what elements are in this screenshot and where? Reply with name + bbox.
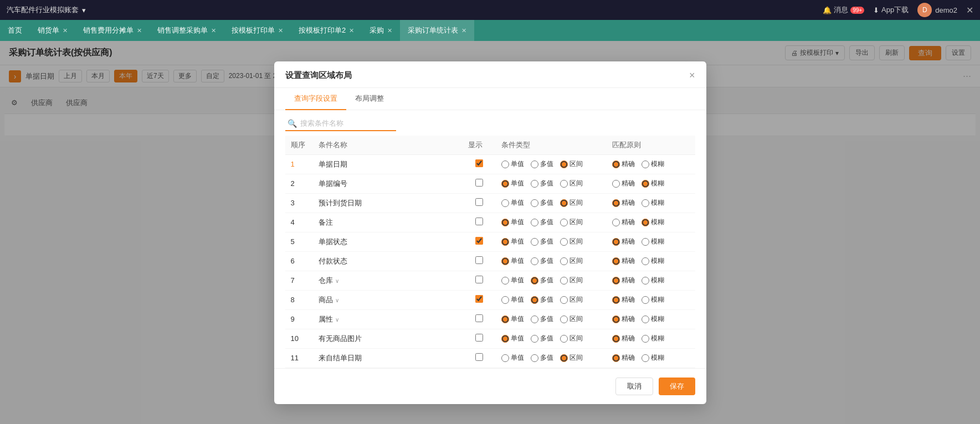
match-radio-exact[interactable]: 精确 (612, 256, 635, 266)
type-radio-single[interactable]: 单值 (501, 198, 524, 208)
user-area[interactable]: D demo2 (917, 3, 957, 17)
modal-close-button[interactable]: × (689, 70, 695, 80)
radio-multi[interactable] (531, 354, 538, 362)
type-radio-range[interactable]: 区间 (560, 314, 583, 324)
display-checkbox[interactable] (475, 276, 483, 283)
radio-single[interactable] (501, 257, 509, 265)
radio-fuzzy[interactable] (642, 219, 649, 226)
match-radio-exact[interactable]: 精确 (612, 237, 635, 246)
radio-fuzzy[interactable] (642, 354, 649, 362)
tab-6[interactable]: 采购 ✕ (362, 20, 400, 41)
radio-exact[interactable] (612, 257, 620, 265)
radio-range[interactable] (560, 316, 568, 323)
type-radio-multi[interactable]: 多值 (531, 218, 553, 227)
match-radio-exact[interactable]: 精确 (612, 295, 635, 304)
radio-single[interactable] (501, 219, 509, 226)
radio-fuzzy[interactable] (642, 277, 649, 285)
match-radio-fuzzy[interactable]: 模糊 (642, 218, 664, 227)
radio-multi[interactable] (531, 180, 538, 188)
tab-sales-plan[interactable]: 销售调整采购单 ✕ (150, 20, 224, 41)
radio-multi[interactable] (531, 316, 538, 323)
radio-exact[interactable] (612, 219, 620, 226)
radio-exact[interactable] (612, 161, 620, 168)
tab-sales[interactable]: 销货单 ✕ (30, 20, 75, 41)
match-radio-fuzzy[interactable]: 模糊 (642, 314, 664, 324)
tab-6-close[interactable]: ✕ (387, 27, 392, 34)
type-radio-range[interactable]: 区间 (560, 237, 583, 246)
type-radio-range[interactable]: 区间 (560, 334, 583, 343)
type-radio-range[interactable]: 区间 (560, 276, 583, 285)
display-checkbox[interactable] (475, 314, 483, 322)
tab-5[interactable]: 按模板打印单2 ✕ (291, 20, 362, 41)
radio-multi[interactable] (531, 257, 538, 265)
type-radio-multi[interactable]: 多值 (531, 295, 553, 304)
match-radio-fuzzy[interactable]: 模糊 (642, 198, 664, 208)
type-radio-single[interactable]: 单值 (501, 256, 524, 266)
match-radio-exact[interactable]: 精确 (612, 198, 635, 208)
type-radio-range[interactable]: 区间 (560, 256, 583, 266)
radio-fuzzy[interactable] (642, 296, 649, 304)
type-radio-single[interactable]: 单值 (501, 295, 524, 304)
match-radio-exact[interactable]: 精确 (612, 276, 635, 285)
radio-exact[interactable] (612, 296, 620, 304)
radio-single[interactable] (501, 199, 509, 207)
radio-range[interactable] (560, 257, 568, 265)
radio-range[interactable] (560, 238, 568, 246)
radio-single[interactable] (501, 296, 509, 304)
type-radio-single[interactable]: 单值 (501, 237, 524, 246)
type-radio-range[interactable]: 区间 (560, 295, 583, 304)
type-radio-multi[interactable]: 多值 (531, 276, 553, 285)
type-radio-single[interactable]: 单值 (501, 159, 524, 169)
match-radio-fuzzy[interactable]: 模糊 (642, 334, 664, 343)
display-checkbox[interactable] (475, 218, 483, 225)
dropdown-arrow-icon[interactable]: ▾ (82, 6, 86, 14)
type-radio-range[interactable]: 区间 (560, 198, 583, 208)
radio-exact[interactable] (612, 335, 620, 343)
tab-4[interactable]: 按模板打印单 ✕ (224, 20, 291, 41)
display-checkbox[interactable] (475, 198, 483, 206)
modal-tab-layout[interactable]: 布局调整 (346, 88, 393, 110)
match-radio-exact[interactable]: 精确 (612, 353, 635, 363)
match-radio-fuzzy[interactable]: 模糊 (642, 159, 664, 169)
type-radio-range[interactable]: 区间 (560, 159, 583, 169)
radio-exact[interactable] (612, 277, 620, 285)
type-radio-multi[interactable]: 多值 (531, 314, 553, 324)
type-radio-single[interactable]: 单值 (501, 218, 524, 227)
radio-multi[interactable] (531, 335, 538, 343)
radio-multi[interactable] (531, 238, 538, 246)
radio-single[interactable] (501, 316, 509, 323)
tab-sales-cost[interactable]: 销售费用分摊单 ✕ (75, 20, 150, 41)
match-radio-exact[interactable]: 精确 (612, 159, 635, 169)
type-radio-single[interactable]: 单值 (501, 179, 524, 188)
tab-current-close[interactable]: ✕ (461, 27, 466, 34)
radio-range[interactable] (560, 199, 568, 207)
type-radio-single[interactable]: 单值 (501, 353, 524, 363)
match-radio-fuzzy[interactable]: 模糊 (642, 179, 664, 188)
type-radio-multi[interactable]: 多值 (531, 159, 553, 169)
radio-range[interactable] (560, 161, 568, 168)
dropdown-arrow-icon[interactable]: ∨ (334, 317, 340, 323)
modal-tab-fields[interactable]: 查询字段设置 (285, 88, 346, 110)
type-radio-range[interactable]: 区间 (560, 353, 583, 363)
radio-fuzzy[interactable] (642, 180, 649, 188)
tab-sales-plan-close[interactable]: ✕ (211, 27, 216, 34)
type-radio-multi[interactable]: 多值 (531, 198, 553, 208)
app-download-button[interactable]: ⬇ App下载 (873, 5, 909, 15)
radio-fuzzy[interactable] (642, 316, 649, 323)
match-radio-fuzzy[interactable]: 模糊 (642, 256, 664, 266)
close-app-icon[interactable]: ✕ (966, 5, 973, 15)
match-radio-fuzzy[interactable]: 模糊 (642, 295, 664, 304)
type-radio-range[interactable]: 区间 (560, 218, 583, 227)
type-radio-multi[interactable]: 多值 (531, 334, 553, 343)
match-radio-fuzzy[interactable]: 模糊 (642, 353, 664, 363)
dropdown-arrow-icon[interactable]: ∨ (334, 297, 340, 303)
display-checkbox[interactable] (475, 353, 483, 361)
tab-4-close[interactable]: ✕ (278, 27, 283, 34)
radio-single[interactable] (501, 335, 509, 343)
tab-current[interactable]: 采购订单统计表 ✕ (400, 20, 474, 41)
dropdown-arrow-icon[interactable]: ∨ (334, 278, 340, 284)
tab-sales-close[interactable]: ✕ (63, 27, 68, 34)
radio-multi[interactable] (531, 199, 538, 207)
radio-exact[interactable] (612, 180, 620, 188)
radio-multi[interactable] (531, 219, 538, 226)
